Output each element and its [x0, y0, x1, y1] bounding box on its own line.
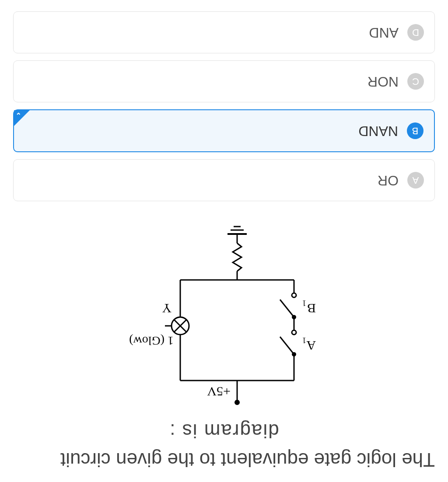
- option-b-text: NAND: [358, 123, 398, 139]
- svg-line-9: [280, 300, 294, 317]
- svg-line-5: [280, 337, 294, 354]
- option-a-text: OR: [378, 172, 399, 189]
- switch-b-sub: 1: [302, 299, 306, 307]
- lamp-label: 1 (Glow): [129, 334, 174, 348]
- svg-point-10: [292, 293, 296, 297]
- option-c-text: NOR: [368, 73, 399, 90]
- option-c[interactable]: C NOR: [13, 60, 435, 102]
- option-b[interactable]: B NAND ⌄: [13, 109, 435, 152]
- output-label-y: Y: [162, 301, 172, 316]
- voltage-label: +5V: [207, 384, 231, 399]
- option-b-badge: B: [407, 122, 424, 139]
- svg-point-6: [292, 330, 296, 335]
- option-c-badge: C: [407, 73, 424, 90]
- options-list: A OR B NAND ⌄ C NOR D AND: [13, 11, 435, 201]
- option-d-text: AND: [369, 24, 399, 41]
- option-a-badge: A: [407, 172, 424, 189]
- switch-a-label: A: [306, 339, 316, 353]
- option-d[interactable]: D AND: [13, 11, 435, 53]
- chevron-down-icon: ⌄: [16, 112, 21, 119]
- option-a[interactable]: A OR: [13, 159, 435, 201]
- question-text-line1: The logic gate equivalent to the given c…: [13, 446, 435, 473]
- circuit-svg: +5V A 1 B 1 1 (Glow) Y: [123, 219, 325, 411]
- switch-b-label: B: [307, 301, 316, 316]
- circuit-diagram: +5V A 1 B 1 1 (Glow) Y: [13, 219, 435, 411]
- switch-a-sub: 1: [302, 336, 306, 345]
- question-text-line2: diagram is :: [13, 420, 435, 442]
- option-d-badge: D: [407, 24, 424, 41]
